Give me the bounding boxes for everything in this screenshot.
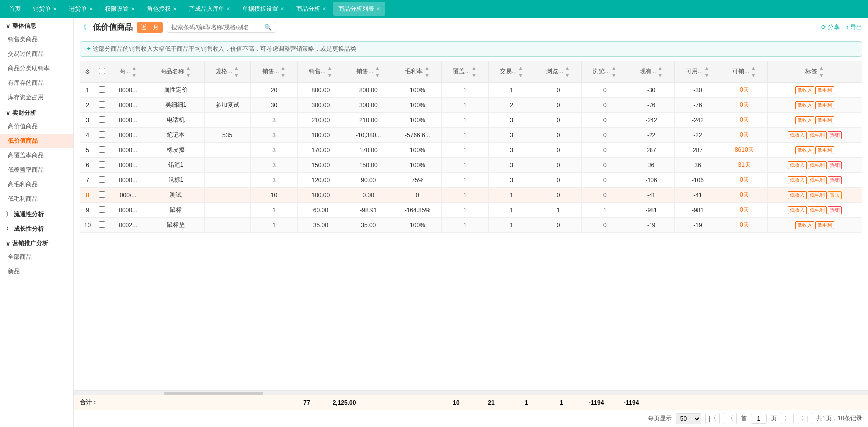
search-input[interactable] bbox=[171, 24, 262, 31]
nav-close-sales[interactable]: ✕ bbox=[53, 6, 57, 12]
nav-inbound[interactable]: 产成品入库单 ✕ bbox=[184, 2, 235, 16]
cell-browse1[interactable]: 0 bbox=[535, 128, 581, 143]
share-button[interactable]: ⟳ 分享 bbox=[821, 23, 840, 32]
cell-browse1[interactable]: 1 bbox=[535, 203, 581, 218]
row-checkbox[interactable] bbox=[99, 86, 105, 93]
nav-analysis-list[interactable]: 商品分析列表 ✕ bbox=[333, 2, 385, 16]
browse-link[interactable]: 1 bbox=[557, 207, 560, 214]
th-c2[interactable]: 交易...▲▼ bbox=[488, 61, 535, 83]
cell-browse1[interactable]: 0 bbox=[535, 218, 581, 233]
nav-close-analysis-list[interactable]: ✕ bbox=[376, 6, 380, 12]
cell-browse1[interactable]: 0 bbox=[535, 173, 581, 188]
cell-checkbox[interactable] bbox=[95, 218, 109, 233]
first-page-btn[interactable]: |〈 bbox=[705, 413, 720, 424]
nav-close-purchase[interactable]: ✕ bbox=[89, 6, 93, 12]
nav-template[interactable]: 单据模板设置 ✕ bbox=[237, 2, 289, 16]
sidebar-item-new-products[interactable]: 新品 bbox=[0, 264, 73, 279]
row-checkbox[interactable] bbox=[99, 206, 105, 213]
th-rate[interactable]: 毛利率▲▼ bbox=[393, 61, 442, 83]
cell-browse1[interactable]: 0 bbox=[535, 143, 581, 158]
nav-role[interactable]: 角色授权 ✕ bbox=[142, 2, 182, 16]
nav-sales[interactable]: 销货单 ✕ bbox=[28, 2, 62, 16]
row-checkbox[interactable] bbox=[99, 146, 105, 153]
page-input[interactable] bbox=[751, 414, 767, 424]
prev-page-btn[interactable]: 〈 bbox=[724, 413, 737, 424]
search-icon[interactable]: 🔍 bbox=[264, 24, 272, 31]
th-spec[interactable]: 规格...▲▼ bbox=[204, 61, 250, 83]
th-c1[interactable]: 覆盖...▲▼ bbox=[442, 61, 488, 83]
browse-link[interactable]: 0 bbox=[557, 87, 560, 94]
th-s1[interactable]: 销售...▲▼ bbox=[251, 61, 297, 83]
scrollbar-area[interactable] bbox=[74, 391, 868, 395]
sidebar-item-high-coverage[interactable]: 高覆盖率商品 bbox=[0, 148, 73, 163]
sidebar-item-high-value[interactable]: 高价值商品 bbox=[0, 119, 73, 134]
sidebar-group-growth[interactable]: 〉 成长性分析 bbox=[0, 221, 73, 235]
cell-checkbox[interactable] bbox=[95, 203, 109, 218]
sidebar-item-all-products[interactable]: 全部商品 bbox=[0, 250, 73, 264]
row-checkbox[interactable] bbox=[99, 176, 105, 183]
period-button[interactable]: 近一月 bbox=[137, 22, 163, 33]
sidebar-item-sales-products[interactable]: 销售类商品 bbox=[0, 32, 73, 47]
sidebar-item-category-rate[interactable]: 商品分类助销率 bbox=[0, 61, 73, 76]
row-checkbox[interactable] bbox=[99, 101, 105, 108]
cell-checkbox[interactable] bbox=[95, 128, 109, 143]
row-checkbox[interactable] bbox=[99, 191, 105, 198]
browse-link[interactable]: 0 bbox=[557, 177, 560, 184]
row-checkbox[interactable] bbox=[99, 221, 105, 228]
page-size-select[interactable]: 50 100 200 bbox=[676, 413, 701, 424]
nav-close-role[interactable]: ✕ bbox=[173, 6, 177, 12]
nav-close-template[interactable]: ✕ bbox=[280, 6, 284, 12]
cell-checkbox[interactable] bbox=[95, 173, 109, 188]
th-c3[interactable]: 浏览...▲▼ bbox=[535, 61, 581, 83]
browse-link[interactable]: 0 bbox=[557, 222, 560, 229]
nav-permission[interactable]: 权限设置 ✕ bbox=[100, 2, 140, 16]
nav-close-analysis[interactable]: ✕ bbox=[322, 6, 326, 12]
th-name[interactable]: 商品名称▲▼ bbox=[147, 61, 205, 83]
cell-checkbox[interactable] bbox=[95, 83, 109, 98]
th-c5[interactable]: 现有...▲▼ bbox=[628, 61, 674, 83]
cell-checkbox[interactable] bbox=[95, 98, 109, 113]
cell-checkbox[interactable] bbox=[95, 188, 109, 203]
th-c6[interactable]: 可用...▲▼ bbox=[674, 61, 721, 83]
th-tags[interactable]: 标签▲▼ bbox=[768, 61, 862, 83]
th-checkbox[interactable] bbox=[95, 61, 109, 83]
th-gear[interactable]: ⚙ bbox=[80, 61, 95, 83]
th-s2[interactable]: 销售...▲▼ bbox=[297, 61, 344, 83]
select-all-checkbox[interactable] bbox=[99, 68, 105, 74]
cell-browse1[interactable]: 0 bbox=[535, 188, 581, 203]
row-checkbox[interactable] bbox=[99, 161, 105, 168]
cell-browse1[interactable]: 0 bbox=[535, 158, 581, 173]
cell-browse1[interactable]: 0 bbox=[535, 83, 581, 98]
nav-close-inbound[interactable]: ✕ bbox=[226, 6, 230, 12]
nav-purchase[interactable]: 进货单 ✕ bbox=[64, 2, 98, 16]
table-container[interactable]: ⚙ 商...▲▼ 商品名称▲▼ 规格...▲▼ 销售...▲▼ 销售...▲▼ … bbox=[74, 61, 868, 390]
nav-home[interactable]: 首页 bbox=[4, 2, 26, 16]
th-s3[interactable]: 销售...▲▼ bbox=[344, 61, 393, 83]
sidebar-collapse-btn[interactable]: 《 bbox=[80, 23, 87, 32]
next-page-btn[interactable]: 〉 bbox=[781, 413, 794, 424]
cell-browse1[interactable]: 0 bbox=[535, 98, 581, 113]
sidebar-group-finance[interactable]: ∨ 卖财分析 bbox=[0, 105, 73, 119]
sidebar-item-low-value[interactable]: 低价值商品 bbox=[0, 134, 73, 148]
nav-analysis[interactable]: 商品分析 ✕ bbox=[291, 2, 331, 16]
cell-browse1[interactable]: 0 bbox=[535, 113, 581, 128]
browse-link[interactable]: 0 bbox=[557, 132, 560, 139]
th-code[interactable]: 商...▲▼ bbox=[109, 61, 147, 83]
browse-link[interactable]: 0 bbox=[557, 147, 560, 154]
th-c7[interactable]: 可销...▲▼ bbox=[721, 61, 768, 83]
sidebar-group-circulation[interactable]: 〉 流通性分析 bbox=[0, 206, 73, 221]
th-c4[interactable]: 浏览...▲▼ bbox=[582, 61, 628, 83]
cell-checkbox[interactable] bbox=[95, 143, 109, 158]
sidebar-item-high-margin[interactable]: 高毛利商品 bbox=[0, 177, 73, 192]
browse-link[interactable]: 0 bbox=[557, 162, 560, 169]
browse-link[interactable]: 0 bbox=[557, 102, 560, 109]
row-checkbox[interactable] bbox=[99, 116, 105, 123]
nav-close-permission[interactable]: ✕ bbox=[131, 6, 135, 12]
gear-icon[interactable]: ⚙ bbox=[85, 68, 90, 75]
cell-checkbox[interactable] bbox=[95, 113, 109, 128]
sidebar-item-traded[interactable]: 交易过的商品 bbox=[0, 47, 73, 61]
browse-link[interactable]: 0 bbox=[557, 117, 560, 124]
last-page-btn[interactable]: 〉| bbox=[798, 413, 812, 424]
browse-link[interactable]: 0 bbox=[557, 192, 560, 199]
sidebar-group-marketing[interactable]: ∨ 营销推广分析 bbox=[0, 235, 73, 250]
